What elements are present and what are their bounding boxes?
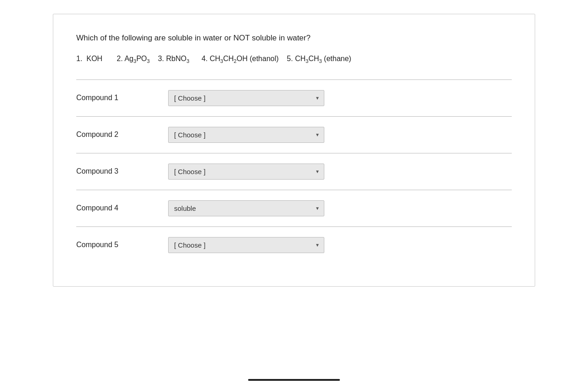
compound-2-label: Compound 2 bbox=[76, 130, 168, 139]
compound-3-select[interactable]: [ Choose ] soluble NOT soluble bbox=[168, 164, 324, 180]
bottom-bar bbox=[248, 379, 340, 381]
compound-1-label: Compound 1 bbox=[76, 94, 168, 102]
compound-3-row: Compound 3 [ Choose ] soluble NOT solubl… bbox=[76, 153, 512, 190]
compound-5-select-wrapper: [ Choose ] soluble NOT soluble ▼ bbox=[168, 237, 324, 253]
compound-2-select[interactable]: [ Choose ] soluble NOT soluble bbox=[168, 127, 324, 143]
compound-2-select-wrapper: [ Choose ] soluble NOT soluble ▼ bbox=[168, 127, 324, 143]
compound-5-label: Compound 5 bbox=[76, 241, 168, 249]
compound-3-select-wrapper: [ Choose ] soluble NOT soluble ▼ bbox=[168, 164, 324, 180]
compound-list: 1. KOH 2. Ag3PO3 3. RbNO3 4. CH3CH2OH (e… bbox=[76, 53, 512, 66]
quiz-container: Which of the following are soluble in wa… bbox=[53, 14, 535, 287]
compound-4-select[interactable]: [ Choose ] soluble NOT soluble bbox=[168, 200, 324, 216]
question-text: Which of the following are soluble in wa… bbox=[76, 33, 512, 44]
compound-4-label: Compound 4 bbox=[76, 204, 168, 212]
compound-5-row: Compound 5 [ Choose ] soluble NOT solubl… bbox=[76, 227, 512, 263]
compound-1-select-wrapper: [ Choose ] soluble NOT soluble ▼ bbox=[168, 90, 324, 106]
compound-3-label: Compound 3 bbox=[76, 167, 168, 175]
compound-4-select-wrapper: [ Choose ] soluble NOT soluble ▼ bbox=[168, 200, 324, 216]
compound-5-select[interactable]: [ Choose ] soluble NOT soluble bbox=[168, 237, 324, 253]
page-wrapper: Which of the following are soluble in wa… bbox=[9, 9, 579, 287]
compound-2-row: Compound 2 [ Choose ] soluble NOT solubl… bbox=[76, 117, 512, 153]
compound-1-row: Compound 1 [ Choose ] soluble NOT solubl… bbox=[76, 80, 512, 117]
compound-4-row: Compound 4 [ Choose ] soluble NOT solubl… bbox=[76, 190, 512, 227]
compound-1-select[interactable]: [ Choose ] soluble NOT soluble bbox=[168, 90, 324, 106]
